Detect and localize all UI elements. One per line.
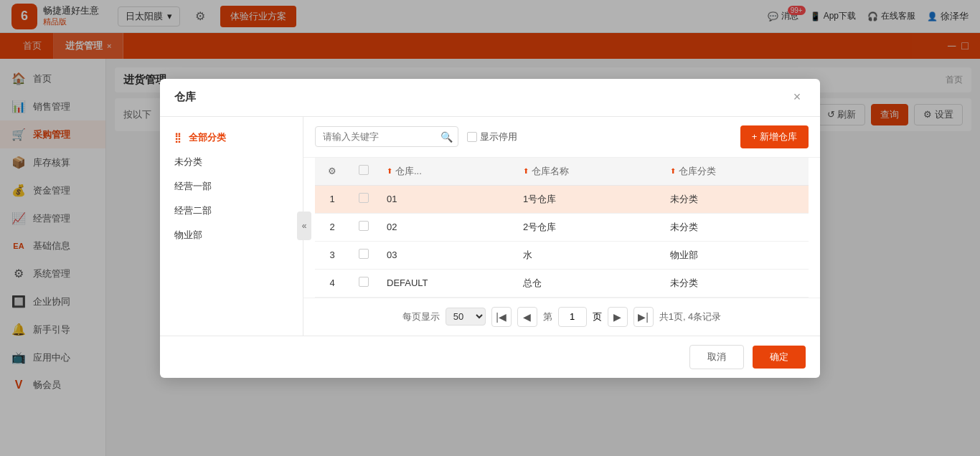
- show-disabled-checkbox[interactable]: [467, 132, 477, 142]
- row-name: 总仓: [514, 269, 661, 297]
- th-category-label: 仓库分类: [679, 165, 716, 178]
- sort-icon-category: ⬆: [670, 167, 676, 175]
- tree-item-ops2-label: 经营二部: [174, 204, 212, 217]
- tree-item-unclassified[interactable]: 未分类: [160, 150, 303, 174]
- row-checkbox-cell: [349, 213, 378, 241]
- modal-overlay: 仓库 × ⣿ 全部分类 未分类 经营一部 经营二部 物业: [0, 0, 980, 456]
- page-text: 第: [543, 310, 552, 323]
- modal-search-bar: 🔍 显示停用 + 新增仓库: [303, 117, 820, 158]
- th-checkbox: [349, 158, 378, 186]
- tree-item-all[interactable]: ⣿ 全部分类: [160, 125, 303, 150]
- tree-item-property[interactable]: 物业部: [160, 223, 303, 247]
- table-row[interactable]: 4 DEFAULT 总仓 未分类: [315, 269, 809, 297]
- row-index: 3: [315, 241, 349, 269]
- row-checkbox[interactable]: [359, 193, 369, 203]
- table-row[interactable]: 3 03 水 物业部: [315, 241, 809, 269]
- tree-collapse-btn[interactable]: «: [297, 212, 311, 240]
- show-disabled-text: 显示停用: [480, 130, 517, 143]
- table-header-row: ⚙ ⬆ 仓库...: [315, 158, 809, 186]
- warehouse-modal: 仓库 × ⣿ 全部分类 未分类 经营一部 经营二部 物业: [160, 79, 820, 378]
- th-name-label: 仓库名称: [532, 165, 569, 178]
- modal-body: ⣿ 全部分类 未分类 经营一部 经营二部 物业部 «: [160, 117, 820, 336]
- row-checkbox[interactable]: [359, 277, 369, 287]
- tree-panel: ⣿ 全部分类 未分类 经营一部 经营二部 物业部 «: [160, 117, 303, 336]
- sort-icon-name: ⬆: [523, 167, 529, 175]
- modal-pagination: 每页显示 50 20 100 |◀ ◀ 第 页 ▶ ▶| 共1页, 4条记录: [303, 298, 820, 336]
- modal-table-wrap: ⚙ ⬆ 仓库...: [303, 158, 820, 298]
- row-code: 03: [378, 241, 514, 269]
- page-label: 页: [593, 310, 602, 323]
- page-first-btn[interactable]: |◀: [491, 307, 512, 327]
- row-category: 物业部: [661, 241, 809, 269]
- row-category: 未分类: [661, 269, 809, 297]
- th-category: ⬆ 仓库分类: [661, 158, 809, 186]
- per-page-select[interactable]: 50 20 100: [446, 308, 486, 326]
- sort-icon-code: ⬆: [387, 167, 392, 175]
- row-name: 2号仓库: [514, 213, 661, 241]
- modal-title: 仓库: [174, 90, 196, 104]
- th-name: ⬆ 仓库名称: [514, 158, 661, 186]
- row-category: 未分类: [661, 185, 809, 213]
- row-checkbox-cell: [349, 269, 378, 297]
- row-index: 1: [315, 185, 349, 213]
- row-checkbox-cell: [349, 241, 378, 269]
- page-last-btn[interactable]: ▶|: [633, 307, 654, 327]
- page-next-btn[interactable]: ▶: [608, 307, 628, 327]
- row-name: 1号仓库: [514, 185, 661, 213]
- tree-item-ops1-label: 经营一部: [174, 180, 212, 193]
- search-input[interactable]: [315, 126, 458, 147]
- row-code: 02: [378, 213, 514, 241]
- table-row[interactable]: 1 01 1号仓库 未分类: [315, 185, 809, 213]
- tree-item-property-label: 物业部: [174, 229, 202, 242]
- confirm-button[interactable]: 确定: [753, 346, 806, 369]
- row-checkbox-cell: [349, 185, 378, 213]
- per-page-label: 每页显示: [402, 310, 440, 323]
- modal-content-right: 🔍 显示停用 + 新增仓库 ⚙: [303, 117, 820, 336]
- row-index: 2: [315, 213, 349, 241]
- page-prev-btn[interactable]: ◀: [517, 307, 537, 327]
- tree-item-all-label: 全部分类: [189, 131, 226, 144]
- row-checkbox[interactable]: [359, 221, 369, 231]
- row-category: 未分类: [661, 213, 809, 241]
- search-icon[interactable]: 🔍: [440, 131, 453, 143]
- th-code-label: 仓库...: [395, 165, 422, 178]
- add-warehouse-btn[interactable]: + 新增仓库: [740, 125, 809, 148]
- search-wrap: 🔍: [315, 126, 458, 147]
- modal-close-btn[interactable]: ×: [788, 89, 806, 106]
- table-body: 1 01 1号仓库 未分类 2: [315, 185, 809, 297]
- row-name: 水: [514, 241, 661, 269]
- chevron-left-icon: «: [302, 221, 307, 231]
- header-checkbox[interactable]: [359, 165, 369, 175]
- th-settings: ⚙: [315, 158, 349, 186]
- row-code: 01: [378, 185, 514, 213]
- modal-footer: 取消 确定: [160, 336, 820, 378]
- grid-icon: ⣿: [174, 132, 182, 143]
- warehouse-table: ⚙ ⬆ 仓库...: [315, 158, 809, 298]
- row-code: DEFAULT: [378, 269, 514, 297]
- tree-item-ops2[interactable]: 经营二部: [160, 199, 303, 223]
- table-row[interactable]: 2 02 2号仓库 未分类: [315, 213, 809, 241]
- row-index: 4: [315, 269, 349, 297]
- row-checkbox[interactable]: [359, 249, 369, 259]
- modal-header: 仓库 ×: [160, 79, 820, 117]
- show-disabled-label[interactable]: 显示停用: [467, 130, 517, 143]
- page-input[interactable]: [558, 307, 587, 327]
- tree-item-unclassified-label: 未分类: [174, 156, 202, 168]
- tree-item-ops1[interactable]: 经营一部: [160, 174, 303, 199]
- cancel-button[interactable]: 取消: [689, 345, 744, 369]
- th-code: ⬆ 仓库...: [378, 158, 514, 186]
- page-info: 共1页, 4条记录: [659, 310, 722, 323]
